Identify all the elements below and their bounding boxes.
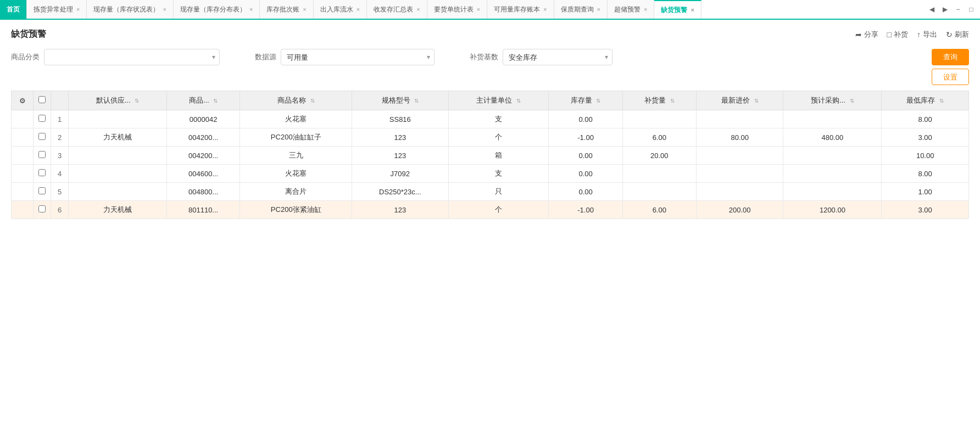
tab-label: 库存批次账: [266, 5, 299, 14]
tab-defect-handling[interactable]: 拣货异常处理 ×: [27, 0, 87, 19]
tab-close-icon[interactable]: ×: [543, 6, 547, 13]
export-button[interactable]: ↑ 导出: [917, 30, 937, 40]
settings-button[interactable]: 设置: [932, 69, 969, 85]
category-filter-group: 商品分类: [11, 49, 220, 65]
tab-available-ledger[interactable]: 可用量库存账本 ×: [487, 0, 554, 19]
col-spec-label: 规格型号: [382, 96, 410, 104]
row-checkbox[interactable]: [38, 115, 46, 122]
row-unit: 只: [448, 183, 549, 201]
tab-shortage[interactable]: 缺货预警 ×: [654, 0, 701, 20]
row-checkbox-cell: [34, 183, 51, 201]
tab-minimize-button[interactable]: −: [951, 3, 965, 16]
row-min-stock: 1.00: [882, 183, 969, 201]
tab-next-button[interactable]: ▶: [938, 3, 951, 16]
row-latest-price: [696, 183, 783, 201]
tab-order-stat[interactable]: 要货单统计表 ×: [427, 0, 487, 19]
row-checkbox-cell: [34, 128, 51, 147]
row-checkbox-cell: [34, 147, 51, 165]
row-gear-cell: [12, 201, 34, 219]
row-spec: 123: [352, 128, 448, 147]
row-min-stock: 8.00: [882, 165, 969, 183]
row-checkbox[interactable]: [38, 187, 46, 194]
row-name: 火花塞: [240, 165, 352, 183]
row-index: 2: [51, 128, 69, 147]
datasource-select[interactable]: 可用量: [281, 49, 435, 65]
tab-home-label: 首页: [7, 5, 20, 14]
row-estimated-purchase: 480.00: [783, 128, 882, 147]
row-supplier: [69, 147, 167, 165]
sort-spec-icon: ⇅: [414, 98, 419, 104]
col-estimated-purchase[interactable]: 预计采购... ⇅: [783, 91, 882, 110]
tab-label: 收发存汇总表: [374, 5, 413, 14]
row-index: 1: [51, 110, 69, 128]
row-unit: 个: [448, 201, 549, 219]
col-supplier[interactable]: 默认供应... ⇅: [69, 91, 167, 110]
table-header-row: ⚙ 默认供应... ⇅ 商品... ⇅ 商品名称 ⇅ 规格: [12, 91, 969, 110]
tab-expiry-query[interactable]: 保质期查询 ×: [554, 0, 608, 19]
tab-close-icon[interactable]: ×: [163, 6, 166, 13]
row-checkbox[interactable]: [38, 151, 46, 158]
category-select[interactable]: [44, 49, 220, 65]
replenish-button[interactable]: □ 补货: [887, 30, 908, 40]
row-stock: -1.00: [549, 201, 622, 219]
col-supplier-label: 默认供应...: [96, 96, 131, 104]
tab-inout-flow[interactable]: 出入库流水 ×: [314, 0, 367, 19]
col-name[interactable]: 商品名称 ⇅: [240, 91, 352, 110]
datasource-label: 数据源: [255, 52, 276, 62]
tab-close-icon[interactable]: ×: [691, 7, 694, 13]
tab-inventory-dist[interactable]: 现存量（库存分布表） ×: [174, 0, 260, 19]
sort-name-icon: ⇅: [310, 98, 315, 104]
filter-row-1: 商品分类 数据源 可用量 补货基数: [11, 49, 932, 65]
tab-close-icon[interactable]: ×: [644, 6, 647, 13]
tab-overstock[interactable]: 超储预警 ×: [608, 0, 654, 19]
tab-close-icon[interactable]: ×: [477, 6, 480, 13]
sort-estimated-purchase-icon: ⇅: [850, 98, 854, 104]
tab-home[interactable]: 首页: [0, 0, 27, 19]
tab-close-icon[interactable]: ×: [303, 6, 306, 13]
row-stock: -1.00: [549, 128, 622, 147]
row-replenish: 6.00: [622, 201, 696, 219]
col-spec[interactable]: 规格型号 ⇅: [352, 91, 448, 110]
tab-close-icon[interactable]: ×: [249, 6, 253, 13]
row-stock: 0.00: [549, 147, 622, 165]
tab-inventory-status[interactable]: 现存量（库存状况表） ×: [87, 0, 173, 19]
tab-close-icon[interactable]: ×: [597, 6, 600, 13]
col-replenish[interactable]: 补货量 ⇅: [622, 91, 696, 110]
page-header: 缺货预警 ➦ 分享 □ 补货 ↑ 导出 ↻ 刷新: [11, 29, 969, 40]
sort-replenish-icon: ⇅: [670, 98, 675, 104]
refresh-button[interactable]: ↻ 刷新: [946, 30, 969, 40]
select-all-checkbox[interactable]: [38, 96, 46, 103]
tab-maximize-button[interactable]: □: [965, 3, 978, 16]
row-replenish: [622, 165, 696, 183]
datasource-filter-group: 数据源 可用量: [255, 49, 435, 65]
query-button[interactable]: 查询: [932, 49, 969, 65]
row-gear-cell: [12, 128, 34, 147]
row-code: 801110...: [166, 201, 240, 219]
tab-label: 要货单统计表: [434, 5, 474, 14]
row-checkbox[interactable]: [38, 169, 46, 176]
tab-label: 缺货预警: [661, 5, 687, 15]
tab-close-icon[interactable]: ×: [357, 6, 360, 13]
row-replenish: 6.00: [622, 128, 696, 147]
row-code: 0000042: [166, 110, 240, 128]
tab-prev-button[interactable]: ◀: [925, 3, 938, 16]
row-latest-price: [696, 110, 783, 128]
row-estimated-purchase: [783, 110, 882, 128]
col-min-stock[interactable]: 最低库存 ⇅: [882, 91, 969, 110]
col-latest-price[interactable]: 最新进价 ⇅: [696, 91, 783, 110]
replenish-base-select[interactable]: 安全库存: [503, 49, 612, 65]
col-code[interactable]: 商品... ⇅: [166, 91, 240, 110]
row-stock: 0.00: [549, 165, 622, 183]
col-unit[interactable]: 主计量单位 ⇅: [448, 91, 549, 110]
col-stock[interactable]: 库存量 ⇅: [549, 91, 622, 110]
tab-close-icon[interactable]: ×: [416, 6, 420, 13]
tab-close-icon[interactable]: ×: [76, 6, 80, 13]
tab-collect-summary[interactable]: 收发存汇总表 ×: [367, 0, 427, 19]
tab-batch-account[interactable]: 库存批次账 ×: [260, 0, 313, 19]
col-gear[interactable]: ⚙: [12, 91, 34, 110]
row-supplier: 力天机械: [69, 201, 167, 219]
share-button[interactable]: ➦ 分享: [855, 30, 878, 40]
col-estimated-purchase-label: 预计采购...: [811, 96, 845, 104]
row-checkbox[interactable]: [38, 133, 46, 140]
row-checkbox[interactable]: [38, 205, 46, 212]
